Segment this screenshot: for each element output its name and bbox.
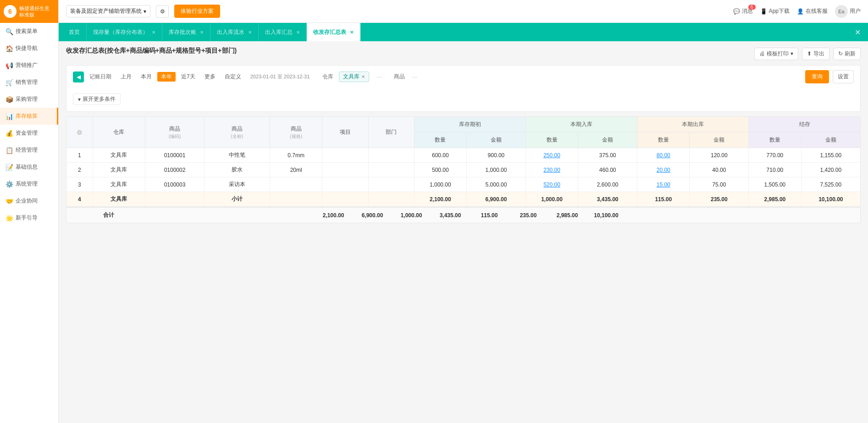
sidebar-item-sales[interactable]: 🛒销售管理 — [0, 74, 58, 91]
sidebar-item-marketing[interactable]: 📢营销推广 — [0, 57, 58, 74]
sidebar-item-corp[interactable]: 🤝企业协同 — [0, 192, 58, 209]
message-action[interactable]: 💬 消息 6 — [733, 7, 753, 15]
cell-out-qty-link[interactable]: 15.00 — [657, 181, 670, 188]
cell-in-qty[interactable]: 250.00 — [525, 148, 578, 163]
date-shortcut-上月[interactable]: 上月 — [117, 72, 135, 82]
print-dropdown-icon: ▾ — [791, 50, 793, 57]
date-shortcut-自定义[interactable]: 自定义 — [221, 72, 245, 82]
query-button[interactable]: 查询 — [805, 70, 829, 83]
sidebar-label-sales: 销售管理 — [16, 78, 38, 86]
cell-in-qty-link[interactable]: 230.00 — [543, 167, 560, 173]
cell-out-qty-link[interactable]: 80.00 — [657, 152, 670, 159]
cell-project — [322, 177, 368, 192]
cell-opening-qty: 1,000.00 — [414, 177, 466, 192]
sidebar-item-newbie[interactable]: 🌟新手引导 — [0, 209, 58, 226]
expand-more-button[interactable]: ▾ 展开更多条件 — [73, 93, 121, 105]
cell-out-qty[interactable]: 15.00 — [637, 177, 690, 192]
tab-0[interactable]: 首页 — [62, 23, 87, 41]
cell-in-qty[interactable]: 520.00 — [525, 177, 578, 192]
app-download-action[interactable]: 📱 App下载 — [760, 7, 790, 15]
table-settings-icon[interactable]: ⚙ — [77, 129, 83, 136]
date-range-display: 2023-01-01 至 2023-12-31 — [250, 73, 310, 80]
user-label: 用户 — [850, 7, 861, 15]
tab-close-5[interactable]: ✕ — [350, 30, 354, 35]
sidebar-icon-system: ⚙️ — [6, 181, 13, 188]
cell-out-qty[interactable]: 20.00 — [637, 163, 690, 177]
export-icon: ⬆ — [807, 50, 812, 57]
cell-out-qty[interactable]: 115.00 — [637, 192, 690, 207]
cell-out-qty-link[interactable]: 20.00 — [657, 167, 670, 173]
tab-bar-close-button[interactable]: ✕ — [851, 28, 864, 37]
tab-2[interactable]: 库存批次账✕ — [162, 23, 210, 41]
cell-balance-amt: 10,100.00 — [801, 192, 860, 207]
sidebar-label-purchase: 采购管理 — [16, 95, 38, 103]
tab-4[interactable]: 出入库汇总✕ — [259, 23, 307, 41]
warehouse-more-button[interactable]: ··· — [376, 74, 381, 80]
cell-balance-qty: 770.00 — [749, 148, 801, 163]
cell-in-qty[interactable]: 230.00 — [525, 163, 578, 177]
cell-balance-qty: 710.00 — [749, 163, 801, 177]
date-shortcut-更多[interactable]: 更多 — [201, 72, 219, 82]
cell-num: 3 — [66, 177, 93, 192]
tab-1[interactable]: 现存量（库存分布表）✕ — [87, 23, 162, 41]
sidebar-item-search[interactable]: 🔍搜索菜单 — [0, 23, 58, 40]
sidebar-item-operations[interactable]: 📋经营管理 — [0, 142, 58, 159]
tab-close-1[interactable]: ✕ — [152, 30, 155, 35]
sidebar-label-basic: 基础信息 — [16, 163, 38, 171]
cell-code — [145, 192, 205, 207]
table-row: 1文具库0100001中性笔0.7mm600.00900.00250.00375… — [66, 148, 860, 163]
refresh-icon: ↻ — [838, 50, 843, 57]
sidebar-item-system[interactable]: ⚙️系统管理 — [0, 176, 58, 192]
export-button[interactable]: ⬆ 导出 — [802, 48, 829, 60]
tab-close-3[interactable]: ✕ — [248, 30, 252, 35]
system-selector[interactable]: 装备及固定资产辅助管理系统 ▾ — [66, 5, 150, 17]
tab-5[interactable]: 收发存汇总表✕ — [307, 23, 360, 41]
tab-close-4[interactable]: ✕ — [296, 30, 300, 35]
download-icon: 📱 — [760, 8, 767, 15]
cell-in-qty-link[interactable]: 250.00 — [543, 152, 560, 159]
footer-balance-qty: 2,985.00 — [549, 212, 586, 219]
filter-settings-button[interactable]: 设置 — [833, 70, 854, 83]
online-service-action[interactable]: 👤 在线客服 — [797, 7, 828, 15]
sidebar-item-purchase[interactable]: 📦采购管理 — [0, 91, 58, 108]
cell-in-qty-link[interactable]: 520.00 — [543, 181, 560, 188]
cell-opening-amt: 1,000.00 — [467, 163, 526, 177]
tab-close-2[interactable]: ✕ — [200, 30, 204, 35]
settings-gear-button[interactable]: ⚙ — [156, 5, 169, 18]
cell-out-amt: 120.00 — [690, 148, 749, 163]
sidebar-icon-quick: 🏠 — [6, 45, 13, 52]
cell-out-amt: 75.00 — [690, 177, 749, 192]
goods-more-button[interactable]: ··· — [412, 74, 417, 80]
logo-icon: 6 — [4, 5, 17, 18]
cell-in-amt: 375.00 — [578, 148, 637, 163]
date-shortcut-近7天[interactable]: 近7天 — [177, 72, 199, 82]
warehouse-filter-tag[interactable]: 文具库 ✕ — [339, 71, 369, 82]
warehouse-tag-close[interactable]: ✕ — [361, 74, 365, 79]
footer-label: 合计 — [90, 211, 127, 219]
export-label: 导出 — [813, 50, 824, 58]
refresh-button[interactable]: ↻ 刷新 — [833, 48, 861, 60]
page-title: 收发存汇总表(按仓库+商品编码+商品+规格型号+项目+部门) — [66, 47, 237, 55]
message-icon: 💬 — [733, 8, 740, 15]
cell-opening-amt: 900.00 — [467, 148, 526, 163]
cell-balance-amt: 1,420.00 — [801, 163, 860, 177]
sidebar: 6 畅捷通好生意 标准版 🔍搜索菜单🏠快捷导航📢营销推广🛒销售管理📦采购管理📊库… — [0, 0, 59, 423]
date-shortcut-本月[interactable]: 本月 — [137, 72, 155, 82]
th-opening-qty: 数量 — [414, 132, 466, 148]
cell-in-qty[interactable]: 1,000.00 — [525, 192, 578, 207]
user-action[interactable]: Ea 用户 — [835, 5, 861, 18]
tab-label-2: 库存批次账 — [169, 28, 196, 36]
tab-3[interactable]: 出入库流水✕ — [210, 23, 259, 41]
filter-collapse-button[interactable]: ◀ — [73, 71, 84, 82]
sidebar-item-inventory[interactable]: 📊库存核算 — [0, 108, 58, 125]
cell-out-qty[interactable]: 80.00 — [637, 148, 690, 163]
sidebar-item-basic[interactable]: 📝基础信息 — [0, 159, 58, 176]
footer-out-qty: 115.00 — [471, 212, 508, 219]
date-shortcut-本年[interactable]: 本年 — [157, 72, 176, 82]
cell-spec: 0.7mm — [270, 148, 322, 163]
trial-button[interactable]: 体验行业方案 — [174, 5, 220, 18]
sidebar-item-finance[interactable]: 💰资金管理 — [0, 125, 58, 142]
print-button[interactable]: 🖨 模板打印 ▾ — [754, 48, 798, 60]
sidebar-item-quick[interactable]: 🏠快捷导航 — [0, 40, 58, 57]
cell-spec — [270, 192, 322, 207]
